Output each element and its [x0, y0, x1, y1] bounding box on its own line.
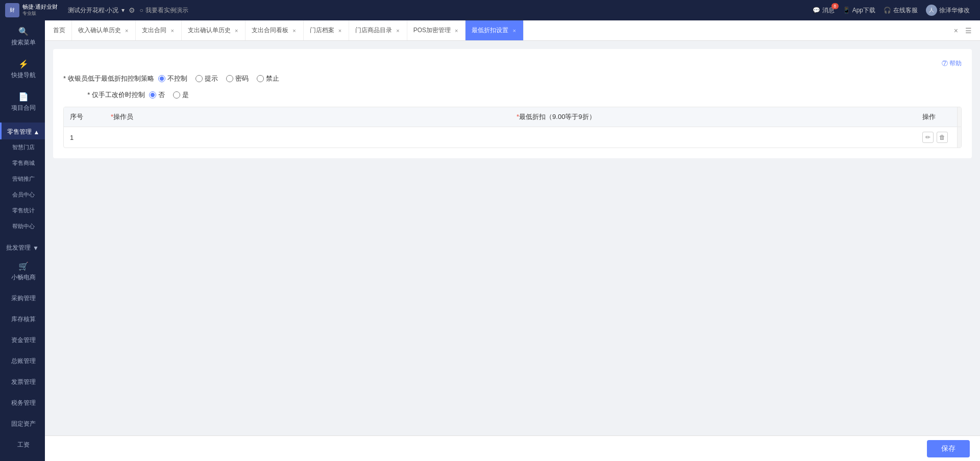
tab-close-all-icon[interactable]: ×	[952, 26, 960, 36]
top-bar: 财 畅捷·通好业财 专业版 测试分开花程·小况 ▾ ⚙ ○ 我要看实例演示 💬 …	[0, 0, 980, 20]
sidebar-item-wholesale[interactable]: 批发管理 ▼	[0, 238, 45, 255]
demo-icon: ○	[139, 7, 143, 14]
tab-min-discount[interactable]: 最低折扣设置 ×	[465, 20, 523, 41]
radio-remind-input[interactable]	[195, 75, 203, 82]
sidebar-item-help-center[interactable]: 帮助中心	[0, 219, 45, 234]
message-button[interactable]: 💬 消息 8	[813, 6, 835, 15]
tab-label: 首页	[53, 26, 65, 35]
demo-link[interactable]: ○ 我要看实例演示	[139, 6, 188, 15]
logo-sub: 专业版	[22, 10, 58, 17]
online-service-button[interactable]: 🎧 在线客服	[884, 6, 918, 15]
cashier-control-label: * 收银员低于最低折扣控制策略	[63, 74, 154, 83]
sidebar-item-label: 搜索菜单	[11, 38, 36, 47]
project-selector[interactable]: 测试分开花程·小况 ▾	[68, 6, 125, 15]
app-download-label: App下载	[852, 6, 875, 15]
cell-seq: 1	[64, 130, 105, 145]
radio-no-control-input[interactable]	[158, 75, 165, 82]
app-logo: 财 畅捷·通好业财 专业版	[5, 3, 58, 17]
col-header-actions: 操作	[916, 107, 957, 127]
sidebar-item-marketing[interactable]: 营销推广	[0, 171, 45, 187]
tab-close-icon[interactable]: ×	[169, 27, 175, 34]
radio-remind[interactable]: 提示	[195, 74, 218, 83]
radio-yes-input[interactable]	[173, 91, 180, 99]
tab-close-icon[interactable]: ×	[291, 27, 297, 34]
tab-store-product[interactable]: 门店商品目录 ×	[349, 20, 407, 41]
tab-expense-history[interactable]: 支出确认单历史 ×	[182, 20, 246, 41]
sidebar-item-smart-store[interactable]: 智慧门店	[0, 139, 45, 155]
service-icon: 🎧	[884, 7, 891, 14]
sidebar-item-finance[interactable]: 资金管理	[0, 330, 45, 351]
help-link[interactable]: ⑦ 帮助	[942, 59, 962, 68]
sidebar-item-retail-stats[interactable]: 零售统计	[0, 203, 45, 219]
sidebar-item-label: 工资	[17, 441, 30, 449]
sidebar-item-inventory[interactable]: 库存核算	[0, 309, 45, 330]
sidebar-item-invoice[interactable]: 发票管理	[0, 372, 45, 393]
radio-password[interactable]: 密码	[226, 74, 249, 83]
sidebar-item-label: 帮助中心	[12, 223, 35, 230]
sidebar-item-tax[interactable]: 税务管理	[0, 393, 45, 414]
sidebar-item-label: 会员中心	[12, 191, 35, 199]
tab-close-icon[interactable]: ×	[337, 27, 342, 34]
avatar: 人	[926, 5, 937, 16]
tab-label: POS加密管理	[413, 26, 451, 35]
user-menu[interactable]: 人 徐泽华修改	[926, 5, 970, 16]
tab-close-active-icon[interactable]: ×	[511, 27, 517, 34]
sidebar-item-ecommerce[interactable]: 🛒 小畅电商	[0, 255, 45, 288]
sidebar-item-purchase[interactable]: 采购管理	[0, 288, 45, 309]
edit-row-button[interactable]: ✏	[922, 132, 934, 143]
tab-expense-contract[interactable]: 支出合同 ×	[136, 20, 181, 41]
sidebar-item-salary[interactable]: 工资	[0, 434, 45, 455]
tab-close-icon[interactable]: ×	[124, 27, 129, 34]
save-button[interactable]: 保存	[927, 440, 970, 457]
tab-home[interactable]: 首页	[47, 20, 72, 41]
sidebar-bottom: ⚙	[0, 455, 45, 461]
sidebar-item-member-center[interactable]: 会员中心	[0, 187, 45, 203]
tab-label: 门店档案	[310, 26, 334, 35]
tab-label: 门店商品目录	[355, 26, 392, 35]
top-bar-right: 💬 消息 8 📱 App下载 🎧 在线客服 人 徐泽华修改	[813, 5, 975, 16]
settings-card: ⑦ 帮助 * 收银员低于最低折扣控制策略 不控制 提示	[53, 49, 972, 158]
delete-row-button[interactable]: 🗑	[937, 132, 948, 143]
sidebar-item-quick-nav[interactable]: ⚡ 快捷导航	[0, 53, 45, 86]
sidebar-item-retail[interactable]: 零售管理 ▲	[0, 123, 45, 139]
table-rows: 1 ✏ 🗑	[64, 127, 957, 148]
tab-bar: 首页 收入确认单历史 × 支出合同 × 支出确认单历史 × 支出合同看板 × 门…	[45, 20, 980, 41]
table-row: 1 ✏ 🗑	[64, 127, 957, 148]
radio-no-control[interactable]: 不控制	[158, 74, 187, 83]
sidebar-item-project-contract[interactable]: 📄 项目合同	[0, 86, 45, 118]
radio-no-label: 否	[158, 90, 165, 100]
radio-no-input[interactable]	[149, 91, 156, 99]
radio-yes[interactable]: 是	[173, 90, 189, 100]
tab-expense-board[interactable]: 支出合同看板 ×	[246, 20, 303, 41]
tab-pos-encrypt[interactable]: POS加密管理 ×	[407, 20, 466, 41]
app-download-button[interactable]: 📱 App下载	[843, 6, 875, 15]
radio-forbid-input[interactable]	[257, 75, 264, 82]
tab-label: 收入确认单历史	[78, 26, 121, 35]
sidebar-item-label: 资金管理	[11, 336, 36, 345]
sidebar-item-label: 税务管理	[11, 399, 36, 407]
radio-forbid[interactable]: 禁止	[257, 74, 279, 83]
tab-income-history[interactable]: 收入确认单历史 ×	[72, 20, 136, 41]
sidebar-item-label: 小畅电商	[11, 273, 36, 282]
radio-password-input[interactable]	[226, 75, 233, 82]
message-badge: 8	[831, 3, 839, 9]
sidebar-item-label: 批发管理	[6, 244, 31, 252]
logo-icon: 财	[5, 3, 19, 17]
sidebar-item-fixed-assets[interactable]: 固定资产	[0, 414, 45, 434]
settings-icon[interactable]: ⚙	[129, 6, 135, 14]
tab-store-file[interactable]: 门店档案 ×	[304, 20, 349, 41]
manual-control-radio-group: 否 是	[149, 90, 189, 100]
sidebar-item-ledger[interactable]: 总账管理	[0, 351, 45, 372]
ecommerce-icon: 🛒	[18, 261, 29, 271]
tab-bar-actions: × ☰	[952, 26, 978, 36]
quick-nav-icon: ⚡	[18, 59, 29, 69]
sidebar-item-search[interactable]: 🔍 搜索菜单	[0, 20, 45, 53]
tab-close-icon[interactable]: ×	[454, 27, 459, 34]
sidebar-item-retail-mall[interactable]: 零售商城	[0, 155, 45, 171]
radio-no[interactable]: 否	[149, 90, 165, 100]
tab-menu-icon[interactable]: ☰	[963, 26, 974, 36]
tab-close-icon[interactable]: ×	[395, 27, 400, 34]
tab-close-icon[interactable]: ×	[234, 27, 239, 34]
sidebar: 🔍 搜索菜单 ⚡ 快捷导航 📄 项目合同 零售管理 ▲ 智慧门店 零售商城 营销…	[0, 20, 45, 461]
chevron-down-icon: ▾	[121, 7, 125, 14]
